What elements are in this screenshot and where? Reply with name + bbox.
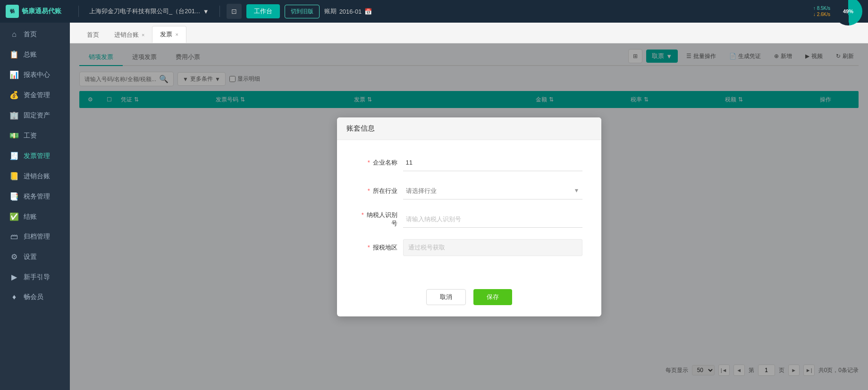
sidebar-item-closeout[interactable]: ✅ 结账	[0, 207, 70, 227]
sidebar-label-reports: 报表中心	[24, 71, 50, 79]
input-tax-region-disabled: 通过税号获取	[403, 239, 582, 256]
closeout-icon: ✅	[9, 212, 19, 221]
header-copy-icon[interactable]: ⊡	[227, 4, 242, 19]
tab-purchase-sale[interactable]: 进销台账 ×	[107, 27, 152, 43]
network-speed: ↑ 8.5K/s ↓ 2.6K/s	[813, 6, 830, 17]
reports-icon: 📊	[9, 70, 19, 79]
overlay: 账套信息 * 企业名称 *	[70, 43, 868, 390]
company-dropdown-icon: ▼	[203, 8, 209, 15]
main-layout: ⌂ 首页 📋 总账 📊 报表中心 💰 资金管理 🏢 固定资产 💵 工资 🧾 发票…	[0, 23, 868, 390]
tab-invoice-close[interactable]: ×	[175, 32, 178, 37]
label-text-taxid: 纳税人识别号	[367, 211, 397, 227]
purchase-sale-icon: 📒	[9, 172, 19, 181]
sidebar-label-purchase-sale: 进销台账	[24, 172, 50, 181]
required-star-industry: *	[368, 187, 370, 194]
sidebar-item-purchase-sale[interactable]: 📒 进销台账	[0, 166, 70, 186]
form-label-industry: * 所在行业	[356, 187, 403, 195]
sidebar-label-member: 畅会员	[24, 293, 43, 301]
sidebar-item-funds[interactable]: 💰 资金管理	[0, 85, 70, 105]
input-tax-id[interactable]	[403, 211, 582, 228]
industry-dropdown-icon: ▼	[574, 187, 582, 194]
sidebar-label-guide: 新手引导	[24, 273, 50, 282]
tab-purchase-sale-close[interactable]: ×	[142, 32, 144, 38]
sidebar-item-home[interactable]: ⌂ 首页	[0, 25, 70, 44]
sidebar-item-ledger[interactable]: 📋 总账	[0, 44, 70, 65]
logo-icon: 畅	[6, 5, 19, 18]
sidebar-label-ledger: 总账	[24, 50, 37, 59]
select-industry-wrapper[interactable]: ▼	[403, 183, 582, 199]
save-button[interactable]: 保存	[473, 289, 512, 305]
calendar-icon[interactable]: 📅	[364, 8, 372, 15]
period-value: 2016-01	[339, 8, 362, 15]
required-star-company: *	[368, 159, 370, 166]
tab-invoice-label: 发票	[160, 30, 172, 39]
brand-logo: 畅 畅康通易代账	[6, 5, 72, 18]
speed-up: ↑ 8.5K/s	[813, 6, 830, 11]
assets-icon: 🏢	[9, 111, 19, 120]
sidebar-item-tax[interactable]: 📑 税务管理	[0, 186, 70, 207]
switch-old-button[interactable]: 切到旧版	[285, 5, 320, 18]
form-row-industry: * 所在行业 ▼	[356, 183, 582, 199]
label-text-industry: 所在行业	[373, 187, 397, 194]
form-label-company-name: * 企业名称	[356, 158, 403, 167]
speed-down: ↓ 2.6K/s	[813, 12, 830, 17]
input-company-name[interactable]	[403, 154, 582, 171]
label-text-company: 企业名称	[373, 159, 397, 166]
sidebar-label-closeout: 结账	[24, 213, 37, 221]
ledger-icon: 📋	[9, 50, 19, 59]
account-period: 账期 2016-01 📅	[324, 7, 372, 16]
funds-icon: 💰	[9, 91, 19, 100]
sidebar-item-assets[interactable]: 🏢 固定资产	[0, 105, 70, 125]
brand-name: 畅康通易代账	[22, 7, 61, 16]
tab-home[interactable]: 首页	[79, 27, 107, 43]
sidebar-item-settings[interactable]: ⚙ 设置	[0, 247, 70, 267]
company-name: 上海卯金刀电子科技有限公司_（台201...	[89, 7, 200, 16]
dialog-footer: 取消 保存	[337, 282, 601, 316]
sidebar-label-salary: 工资	[24, 132, 37, 140]
required-star-taxregion: *	[368, 244, 370, 251]
sidebar-label-tax: 税务管理	[24, 192, 50, 201]
sidebar: ⌂ 首页 📋 总账 📊 报表中心 💰 资金管理 🏢 固定资产 💵 工资 🧾 发票…	[0, 23, 70, 390]
select-industry-input[interactable]	[403, 187, 574, 194]
header-separator-2	[219, 6, 220, 17]
header-right: ↑ 8.5K/s ↓ 2.6K/s 49%	[813, 0, 862, 25]
invoice-icon: 🧾	[9, 151, 19, 160]
cancel-button[interactable]: 取消	[426, 289, 466, 305]
company-selector[interactable]: 上海卯金刀电子科技有限公司_（台201... ▼	[85, 5, 213, 17]
inner-content: ⊞ 取票 ▼ ☰ 批量操作 📄 生成凭证 ⊕ 新增 ▶	[70, 43, 868, 390]
dialog: 账套信息 * 企业名称 *	[337, 117, 601, 316]
form-row-tax-region: * 报税地区 通过税号获取	[356, 239, 582, 256]
top-header: 畅 畅康通易代账 上海卯金刀电子科技有限公司_（台201... ▼ ⊡ 工作台 …	[0, 0, 868, 23]
sidebar-item-reports[interactable]: 📊 报表中心	[0, 65, 70, 85]
member-icon: ♦	[9, 293, 19, 301]
home-icon: ⌂	[9, 30, 19, 39]
tab-bar: 首页 进销台账 × 发票 ×	[70, 23, 868, 43]
settings-icon: ⚙	[9, 252, 19, 261]
dialog-body: * 企业名称 * 所在行业	[337, 140, 601, 282]
sidebar-item-member[interactable]: ♦ 畅会员	[0, 287, 70, 307]
archive-icon: 🗃	[9, 232, 19, 241]
sidebar-item-archive[interactable]: 🗃 归档管理	[0, 227, 70, 247]
tax-icon: 📑	[9, 192, 19, 201]
label-text-taxregion: 报税地区	[373, 244, 397, 251]
guide-icon: ▶	[9, 273, 19, 282]
form-row-company-name: * 企业名称	[356, 154, 582, 171]
sidebar-item-salary[interactable]: 💵 工资	[0, 125, 70, 146]
sidebar-label-invoice: 发票管理	[24, 152, 50, 160]
tab-home-label: 首页	[87, 31, 99, 39]
tax-region-placeholder: 通过税号获取	[408, 243, 445, 252]
sidebar-label-assets: 固定资产	[24, 111, 50, 120]
sidebar-label-home: 首页	[24, 30, 37, 39]
sidebar-item-guide[interactable]: ▶ 新手引导	[0, 267, 70, 287]
tab-purchase-sale-label: 进销台账	[114, 31, 139, 39]
network-indicator: 49%	[834, 0, 862, 25]
form-row-tax-id: * 纳税人识别号	[356, 211, 582, 228]
sidebar-label-archive: 归档管理	[24, 232, 50, 241]
tab-invoice[interactable]: 发票 ×	[152, 26, 186, 43]
header-separator-1	[78, 6, 79, 17]
sidebar-item-invoice[interactable]: 🧾 发票管理	[0, 146, 70, 166]
dialog-title: 账套信息	[337, 117, 601, 140]
network-pct: 49%	[843, 8, 853, 14]
workbench-button[interactable]: 工作台	[246, 4, 280, 18]
salary-icon: 💵	[9, 131, 19, 140]
